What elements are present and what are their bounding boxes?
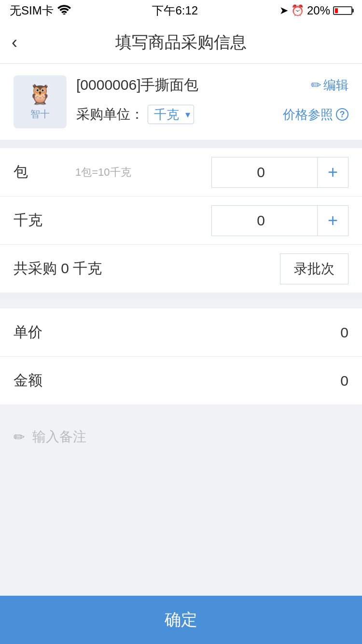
battery-icon bbox=[333, 6, 352, 15]
edit-label: 编辑 bbox=[323, 77, 348, 94]
remark-section[interactable]: ✏ 输入备注 bbox=[0, 413, 362, 461]
bag-plus-button[interactable]: + bbox=[318, 157, 348, 188]
unit-select-wrapper[interactable]: 千克 克 包 bbox=[148, 105, 194, 124]
product-image: 🦉 智十 bbox=[14, 75, 67, 128]
carrier-label: 无SIM卡 bbox=[10, 3, 54, 18]
battery-percent: 20% bbox=[307, 4, 330, 17]
status-bar: 无SIM卡 下午6:12 ➤ ⏰ 20% bbox=[0, 0, 362, 21]
summary-text: 共采购 0 千克 bbox=[14, 259, 102, 279]
unit-price-value: 0 bbox=[340, 324, 348, 341]
price-ref-button[interactable]: 价格参照 ? bbox=[283, 106, 348, 123]
kg-plus-button[interactable]: + bbox=[318, 205, 348, 236]
amount-row: 金额 0 bbox=[0, 357, 362, 405]
kg-input[interactable] bbox=[211, 205, 318, 236]
product-name-row: [0000006]手撕面包 ✏ 编辑 bbox=[76, 75, 348, 95]
unit-price-row: 单价 0 bbox=[0, 308, 362, 357]
record-batch-button[interactable]: 录批次 bbox=[280, 253, 348, 284]
bag-input[interactable] bbox=[211, 157, 318, 188]
unit-row: 采购单位： 千克 克 包 价格参照 ? bbox=[76, 105, 348, 124]
back-button[interactable]: ‹ bbox=[12, 32, 17, 53]
product-info: [0000006]手撕面包 ✏ 编辑 采购单位： 千克 克 包 价格参照 ? bbox=[76, 75, 348, 124]
kg-input-row: 千克 + bbox=[0, 196, 362, 245]
summary-row: 共采购 0 千克 录批次 bbox=[0, 245, 362, 293]
remark-placeholder: 输入备注 bbox=[32, 428, 86, 446]
nav-bar: ‹ 填写商品采购信息 bbox=[0, 21, 362, 64]
input-section: 包 1包=10千克 + 千克 + 共采购 0 千克 录批次 bbox=[0, 148, 362, 293]
status-time: 下午6:12 bbox=[152, 3, 198, 18]
bottom-space bbox=[0, 461, 362, 606]
product-full-name: [0000006]手撕面包 bbox=[76, 75, 198, 95]
unit-price-label: 单价 bbox=[14, 322, 42, 342]
price-ref-icon: ? bbox=[336, 108, 348, 121]
bag-input-right: + bbox=[211, 157, 348, 188]
kg-input-right: + bbox=[211, 205, 348, 236]
alarm-icon: ⏰ bbox=[291, 4, 304, 17]
bag-input-row: 包 1包=10千克 + bbox=[0, 148, 362, 196]
kg-label: 千克 bbox=[14, 210, 71, 230]
amount-value: 0 bbox=[340, 373, 348, 389]
edit-icon: ✏ bbox=[311, 78, 321, 93]
unit-label: 采购单位： bbox=[76, 105, 144, 124]
confirm-button[interactable]: 确定 bbox=[0, 596, 362, 644]
wifi-icon bbox=[57, 4, 71, 17]
bag-label: 包 bbox=[14, 162, 71, 182]
amount-label: 金额 bbox=[14, 371, 42, 391]
separator-1 bbox=[0, 140, 362, 148]
price-ref-label: 价格参照 bbox=[283, 106, 333, 123]
status-left: 无SIM卡 bbox=[10, 3, 71, 18]
svg-point-0 bbox=[63, 14, 65, 15]
status-right: ➤ ⏰ 20% bbox=[279, 4, 352, 17]
bag-sub-label: 1包=10千克 bbox=[75, 165, 131, 180]
separator-2 bbox=[0, 293, 362, 301]
pencil-icon: ✏ bbox=[14, 429, 25, 445]
product-logo-icon: 🦉 bbox=[28, 83, 52, 106]
page-title: 填写商品采购信息 bbox=[115, 31, 247, 54]
product-logo-text: 智十 bbox=[30, 108, 50, 121]
price-section: 单价 0 金额 0 bbox=[0, 308, 362, 405]
unit-select[interactable]: 千克 克 包 bbox=[148, 105, 194, 124]
product-card: 🦉 智十 [0000006]手撕面包 ✏ 编辑 采购单位： 千克 克 包 bbox=[0, 64, 362, 140]
edit-button[interactable]: ✏ 编辑 bbox=[311, 77, 348, 94]
location-icon: ➤ bbox=[279, 4, 288, 17]
